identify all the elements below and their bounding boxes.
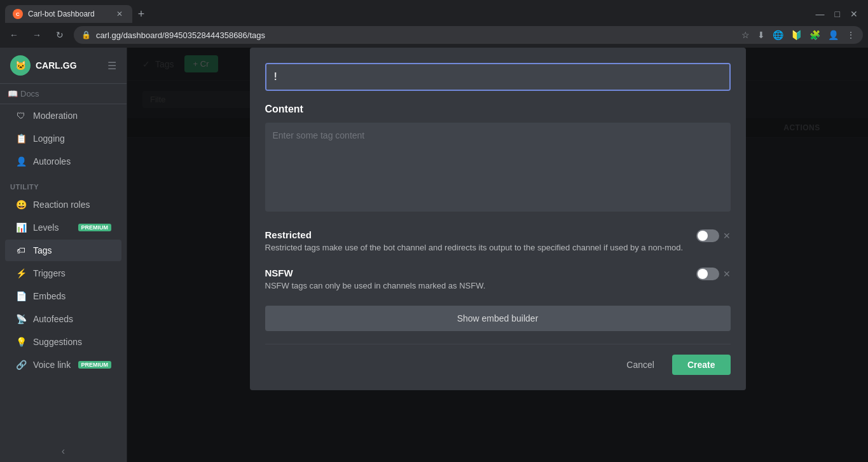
command-prefix: !	[266, 64, 285, 90]
restricted-toggle-knob	[698, 231, 708, 241]
restricted-section: Restricted Restricted tags make use of t…	[265, 229, 731, 252]
close-window-icon[interactable]: ✕	[850, 9, 858, 19]
logging-icon: 📋	[15, 133, 27, 144]
sidebar-item-logging[interactable]: 📋 Logging	[5, 128, 121, 149]
moderation-label: Moderation	[33, 111, 111, 121]
autoroles-icon: 👤	[15, 156, 27, 167]
sidebar-header: 🐱 CARL.GG ☰	[0, 48, 127, 84]
new-tab-button[interactable]: +	[132, 5, 150, 23]
extensions-icon[interactable]: 🧩	[809, 30, 820, 40]
nsfw-toggle-knob	[698, 269, 708, 279]
browser-chrome: C Carl-bot Dashboard ✕ + — □ ✕ ← → ↻ 🔒 c…	[0, 0, 868, 48]
collapse-icon: ‹	[62, 445, 65, 457]
tab-bar: C Carl-bot Dashboard ✕ + — □ ✕	[0, 0, 868, 23]
suggestions-icon: 💡	[15, 336, 27, 348]
cancel-button[interactable]: Cancel	[616, 355, 665, 375]
levels-premium-badge: Premium	[78, 224, 112, 231]
reaction-roles-icon: 😀	[15, 199, 27, 210]
reaction-roles-label: Reaction roles	[33, 200, 111, 210]
maximize-icon[interactable]: □	[835, 9, 840, 19]
hamburger-icon[interactable]: ☰	[107, 60, 116, 72]
sidebar: 🐱 CARL.GG ☰ 📖 Docs 🛡 Moderation 📋 Loggin…	[0, 48, 127, 462]
voice-link-label: Voice link	[33, 360, 72, 370]
lock-icon: 🔒	[81, 31, 91, 39]
bookmark-icon[interactable]: ☆	[741, 30, 750, 40]
logo-text: CARL.GG	[36, 60, 77, 71]
minimize-icon[interactable]: —	[816, 9, 825, 19]
content-textarea[interactable]	[265, 123, 731, 212]
nsfw-section: NSFW NSFW tags can only be used in chann…	[265, 268, 731, 290]
menu-icon[interactable]: ⋮	[846, 30, 855, 40]
modal-overlay: ! Content Restricted Restricted tags mak…	[127, 48, 868, 462]
url-text: carl.gg/dashboard/894503528444358686/tag…	[96, 31, 265, 40]
restricted-info: Restricted Restricted tags make use of t…	[265, 229, 696, 252]
forward-button[interactable]: →	[28, 26, 46, 44]
sidebar-collapse-button[interactable]: ‹	[0, 440, 127, 462]
sidebar-item-autofeeds[interactable]: 📡 Autofeeds	[5, 308, 121, 330]
restricted-row: Restricted Restricted tags make use of t…	[265, 229, 731, 252]
extension3-icon[interactable]: 🔰	[791, 30, 802, 40]
embeds-icon: 📄	[15, 290, 27, 302]
extension2-icon[interactable]: 🌐	[773, 30, 783, 40]
restricted-label: Restricted	[265, 229, 696, 240]
tab-close-icon[interactable]: ✕	[114, 9, 125, 19]
tags-label: Tags	[33, 245, 111, 255]
nsfw-close-icon[interactable]: ✕	[723, 269, 731, 279]
url-bar[interactable]: 🔒 carl.gg/dashboard/894503528444358686/t…	[74, 26, 863, 44]
url-actions: ☆ ⬇ 🌐 🔰 🧩 👤 ⋮	[741, 30, 855, 40]
window-controls: — □ ✕	[816, 9, 863, 19]
tab-favicon: C	[13, 9, 23, 19]
autoroles-label: Autoroles	[33, 156, 111, 166]
nsfw-toggle-control: ✕	[696, 268, 731, 280]
levels-icon: 📊	[15, 222, 27, 233]
autofeeds-label: Autofeeds	[33, 314, 111, 324]
active-tab[interactable]: C Carl-bot Dashboard ✕	[5, 5, 132, 23]
sidebar-item-autoroles[interactable]: 👤 Autoroles	[5, 151, 121, 172]
address-bar: ← → ↻ 🔒 carl.gg/dashboard/89450352844435…	[0, 23, 868, 47]
nsfw-info: NSFW NSFW tags can only be used in chann…	[265, 268, 696, 290]
sidebar-item-voice-link[interactable]: 🔗 Voice link Premium	[5, 354, 121, 376]
nsfw-label: NSFW	[265, 268, 696, 278]
refresh-button[interactable]: ↻	[51, 26, 69, 44]
create-tag-modal: ! Content Restricted Restricted tags mak…	[250, 48, 746, 390]
tags-icon: 🏷	[15, 245, 27, 256]
sidebar-item-moderation[interactable]: 🛡 Moderation	[5, 105, 121, 126]
sidebar-logo: 🐱 CARL.GG	[10, 55, 77, 76]
sidebar-item-triggers[interactable]: ⚡ Triggers	[5, 262, 121, 284]
logging-label: Logging	[33, 133, 111, 144]
embeds-label: Embeds	[33, 291, 111, 301]
extension1-icon[interactable]: ⬇	[757, 30, 765, 40]
nsfw-desc: NSFW tags can only be used in channels m…	[265, 281, 696, 290]
restricted-toggle[interactable]	[696, 229, 719, 242]
main-content: ✓ Tags + Cr Uses Actions ! Conte	[127, 48, 868, 462]
tab-title: Carl-bot Dashboard	[28, 10, 109, 18]
shield-icon: 🛡	[15, 110, 27, 121]
profile-avatar[interactable]: 👤	[828, 30, 839, 40]
triggers-icon: ⚡	[15, 268, 27, 279]
back-button[interactable]: ←	[5, 26, 23, 44]
tag-name-input[interactable]	[285, 64, 729, 90]
restricted-close-icon[interactable]: ✕	[723, 231, 731, 241]
sidebar-item-tags[interactable]: 🏷 Tags	[5, 240, 121, 261]
docs-link[interactable]: 📖 Docs	[8, 89, 39, 99]
show-embed-builder-button[interactable]: Show embed builder	[265, 306, 731, 331]
nsfw-toggle[interactable]	[696, 268, 719, 280]
create-modal-button[interactable]: Create	[672, 355, 731, 375]
restricted-toggle-control: ✕	[696, 229, 731, 242]
modal-footer: Cancel Create	[265, 344, 731, 375]
logo-icon: 🐱	[10, 55, 31, 76]
sidebar-item-embeds[interactable]: 📄 Embeds	[5, 285, 121, 307]
restricted-desc: Restricted tags make use of the bot chan…	[265, 243, 696, 252]
docs-label: Docs	[20, 89, 39, 99]
sidebar-item-suggestions[interactable]: 💡 Suggestions	[5, 331, 121, 353]
sidebar-top-links: 📖 Docs	[0, 84, 127, 104]
nsfw-row: NSFW NSFW tags can only be used in chann…	[265, 268, 731, 290]
sidebar-item-levels[interactable]: 📊 Levels Premium	[5, 217, 121, 238]
levels-label: Levels	[33, 222, 72, 233]
autofeeds-icon: 📡	[15, 313, 27, 325]
voice-link-icon: 🔗	[15, 359, 27, 370]
docs-icon: 📖	[8, 89, 18, 99]
sidebar-item-reaction-roles[interactable]: 😀 Reaction roles	[5, 194, 121, 215]
voice-link-premium-badge: Premium	[78, 361, 112, 369]
suggestions-label: Suggestions	[33, 337, 111, 347]
